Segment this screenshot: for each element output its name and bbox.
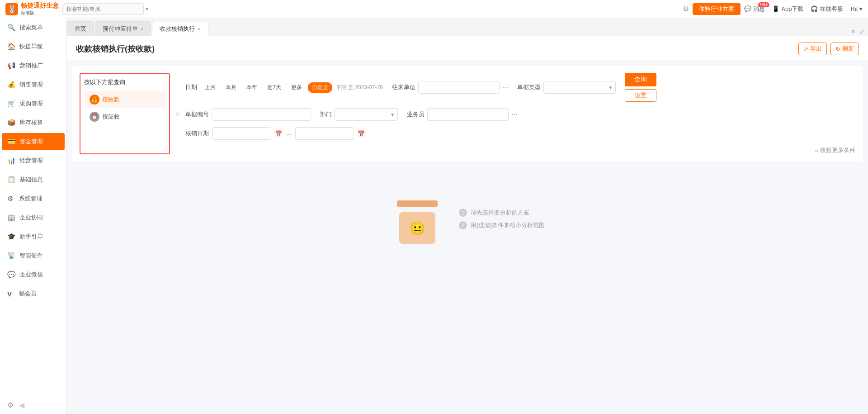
- counterpart-filter: 往来单位 ···: [392, 81, 508, 94]
- sidebar-item-wechat[interactable]: 💬 企业微信: [0, 265, 66, 284]
- date-btn-7days[interactable]: 近7天: [263, 82, 285, 93]
- date-label: 日期: [185, 83, 197, 91]
- sidebar-item-marketing[interactable]: 📢 营销推广: [0, 56, 66, 75]
- verify-date-end-input[interactable]: 2023-07-21: [295, 127, 354, 140]
- sidebar-item-label: 基础信息: [19, 176, 43, 184]
- app-download-btn[interactable]: 📱 App下载: [772, 5, 803, 13]
- tab-bar-close-btn[interactable]: ×: [851, 28, 855, 36]
- sales-icon: 💰: [7, 81, 16, 89]
- collapse-left-icon[interactable]: «: [175, 109, 180, 119]
- counterpart-input[interactable]: [418, 81, 500, 94]
- sidebar-item-label: 系统管理: [19, 195, 42, 203]
- verify-date-start-calendar-icon[interactable]: 📅: [275, 130, 282, 137]
- hint-1-text: 请先选择要分析的方案: [471, 209, 529, 217]
- search-input[interactable]: [62, 3, 144, 15]
- sidebar-item-hardware[interactable]: 📡 智能硬件: [0, 246, 66, 265]
- date-btn-more[interactable]: 更多: [287, 82, 306, 93]
- date-btn-this-year[interactable]: 本年: [242, 82, 261, 93]
- sidebar-item-purchase[interactable]: 🛒 采购管理: [0, 94, 66, 113]
- staff-label: 业务员: [407, 110, 425, 119]
- sidebar-item-finance[interactable]: 💳 资金管理: [2, 133, 65, 150]
- sidebar-item-inventory[interactable]: 📦 库存核算: [0, 113, 66, 132]
- query-btn[interactable]: 查询: [625, 73, 656, 86]
- doc-no-filter: 单据编号: [185, 108, 311, 121]
- sidebar-item-label: 畅会员: [19, 290, 37, 298]
- empty-box-lid: [397, 200, 438, 207]
- settings-gear-icon[interactable]: ⚙: [683, 5, 689, 13]
- dept-select[interactable]: [335, 108, 398, 121]
- doc-no-input[interactable]: [212, 108, 311, 121]
- sidebar-item-label: 营销推广: [19, 62, 43, 70]
- counterpart-label: 往来单位: [392, 83, 415, 91]
- logo-icon: 🐰: [5, 3, 18, 15]
- sidebar-item-sales[interactable]: 💰 销售管理: [0, 75, 66, 94]
- option-by-receivable[interactable]: ⏰ 按应收: [84, 108, 165, 125]
- date-btn-last-month[interactable]: 上月: [201, 82, 220, 93]
- verify-date-start-input[interactable]: 2023-03-01: [212, 127, 271, 140]
- operation-icon: 📊: [7, 157, 16, 165]
- service-label: 在线客服: [820, 5, 843, 13]
- export-icon: ↗: [803, 46, 808, 52]
- date-btn-this-month[interactable]: 本月: [222, 82, 241, 93]
- empty-hint-2: 2 用[过滤]条件来缩小分析范围: [459, 221, 544, 229]
- tab-receipt-verify-close[interactable]: ×: [198, 26, 200, 32]
- date-range-display: 不限 至 2023-07-26: [336, 84, 383, 91]
- sidebar-item-label: 搜索菜单: [19, 24, 43, 32]
- sidebar-item-enterprise[interactable]: 🏢 企业协同: [0, 208, 66, 227]
- counterpart-dots-btn[interactable]: ···: [502, 83, 508, 91]
- doc-type-label: 单据类型: [517, 83, 541, 91]
- sidebar-item-basic[interactable]: 📋 基础信息: [0, 170, 66, 189]
- sidebar-item-member[interactable]: V 畅会员: [0, 284, 66, 303]
- query-type-title: 按以下方案查询: [84, 78, 165, 86]
- setting-btn[interactable]: 设置: [625, 89, 656, 102]
- collapse-more-row: « 收起更多条件: [185, 146, 855, 154]
- service-icon: 🎧: [811, 5, 818, 12]
- doc-type-select[interactable]: [543, 81, 616, 94]
- staff-input[interactable]: [427, 108, 509, 121]
- export-btn[interactable]: ↗ 导出: [798, 43, 827, 55]
- sidebar-item-operation[interactable]: 📊 经营管理: [0, 151, 66, 170]
- staff-filter: 业务员 ···: [407, 108, 517, 121]
- verify-date-separator: —: [286, 130, 292, 137]
- message-btn[interactable]: 💬 消息 99+: [744, 5, 765, 13]
- sidebar-item-quick-nav[interactable]: 🏠 快捷导航: [0, 37, 66, 56]
- date-quick-btns: 上月 本月 本年 近7天 更多 自定义: [201, 82, 332, 93]
- staff-dots-btn[interactable]: ···: [511, 110, 517, 119]
- tab-bar-expand-btn[interactable]: ⤢: [859, 28, 864, 35]
- sidebar-item-system[interactable]: ⚙ 系统管理: [0, 189, 66, 208]
- query-type-panel: 按以下方案查询 💰 按收款 ⏰ 按应收: [80, 73, 170, 154]
- sidebar-item-label: 企业协同: [19, 214, 43, 222]
- tab-prepay-label: 预付冲应付单: [103, 25, 138, 33]
- search-dropdown-icon[interactable]: ▾: [146, 6, 148, 12]
- page-header: 收款核销执行(按收款) ↗ 导出 ↻ 刷新: [67, 36, 868, 60]
- sidebar-item-label: 快捷导航: [19, 43, 43, 51]
- tab-home[interactable]: 首页: [67, 21, 94, 36]
- sidebar-item-label: 企业微信: [19, 271, 43, 279]
- app-download-icon: 📱: [772, 5, 779, 12]
- sidebar-item-guide[interactable]: 🎓 新手引导: [0, 227, 66, 246]
- option-by-receipt[interactable]: 💰 按收款: [84, 91, 165, 108]
- collapse-panel-btn[interactable]: «: [175, 73, 180, 154]
- verify-date-end-calendar-icon[interactable]: 📅: [358, 130, 365, 137]
- tab-prepay[interactable]: 预付冲应付单 ×: [95, 21, 151, 36]
- online-service-btn[interactable]: 🎧 在线客服: [811, 5, 843, 13]
- tab-prepay-close[interactable]: ×: [141, 26, 143, 32]
- receivable-option-icon: ⏰: [90, 112, 99, 122]
- user-menu[interactable]: Rit ▾: [850, 5, 863, 12]
- tab-receipt-verify[interactable]: 收款核销执行 ×: [152, 22, 208, 36]
- sidebar-collapse-icon[interactable]: ◀: [19, 401, 24, 409]
- hint-2-text: 用[过滤]条件来缩小分析范围: [471, 221, 544, 229]
- app-logo: 🐰 畅捷通好生意 标准版: [5, 2, 59, 16]
- receipt-option-label: 按收款: [102, 95, 120, 104]
- sidebar-item-search-menu[interactable]: 🔍 搜索菜单: [0, 18, 66, 37]
- refresh-btn[interactable]: ↻ 刷新: [830, 43, 859, 55]
- sidebar-item-label: 经营管理: [19, 157, 43, 165]
- collapse-more-icon: «: [815, 147, 818, 154]
- date-btn-custom[interactable]: 自定义: [308, 82, 332, 93]
- top-bar-right: 💬 消息 99+ 📱 App下载 🎧 在线客服 Rit ▾: [744, 5, 863, 13]
- tab-bar-right: × ⤢: [851, 28, 868, 36]
- empty-state: 😐 1 请先选择要分析的方案 2 用[过滤]条件来缩小分析范围: [72, 167, 863, 271]
- collapse-more-btn[interactable]: « 收起更多条件: [815, 146, 855, 154]
- sidebar-settings-icon[interactable]: ⚙: [7, 401, 14, 409]
- solution-btn[interactable]: 体验行业方案: [693, 3, 741, 15]
